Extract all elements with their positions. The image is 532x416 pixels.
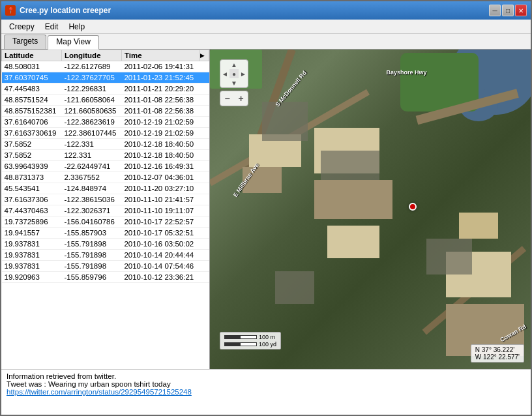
zoom-in-btn[interactable]: + [235,93,246,104]
table-row[interactable]: 19.941557-155.8579032010-10-17 05:32:51 [2,228,209,239]
info-line2: Tweet was : Wearing my urban spoon tshir… [7,380,525,388]
cell-latitude: 37.5852 [2,139,62,150]
navigation-control[interactable]: ▲ ◄ ● ► ▼ [220,59,248,88]
building-3 [314,180,392,219]
nav-down-btn[interactable]: ▼ [229,78,239,87]
cell-longitude: -22.62449741 [61,161,121,172]
table-row[interactable]: 48.8575152381121.6605806352011-01-08 22:… [2,106,209,117]
info-panel: Information retrieved from twitter. Twee… [1,369,531,415]
table-row[interactable]: 37.5852-122.3312010-12-18 18:40:50 [2,139,209,150]
tab-targets[interactable]: Targets [4,35,46,49]
cell-latitude: 47.445483 [2,83,62,95]
cell-time: 2010-10-12 23:36:21 [121,272,200,283]
cell-latitude: 48.85751524 [2,95,62,106]
table-row[interactable]: 48.508031-122.61276892011-02-06 19:41:31 [2,61,209,72]
table-row[interactable]: 37.61640706-122.386236192010-12-19 21:02… [2,117,209,128]
cell-time: 2010-10-17 22:52:57 [121,216,200,228]
cell-latitude: 19.941557 [2,228,62,239]
cell-longitude: -122.37627705 [61,72,121,83]
table-row[interactable]: 19.937831-155.7918982010-10-16 03:50:02 [2,239,209,250]
nav-left-btn[interactable]: ◄ [220,69,229,78]
cell-empty [200,150,209,161]
building-7 [459,213,498,239]
cell-empty [200,216,209,228]
cell-latitude: 48.8575152381 [2,106,62,117]
zoom-out-btn[interactable]: − [222,93,232,104]
col-longitude[interactable]: Longitude [61,50,121,61]
parking-1 [262,102,308,141]
cell-time: 2010-12-18 18:40:50 [121,139,200,150]
table-row[interactable]: 63.99643939-22.624497412010-12-16 16:49:… [2,161,209,172]
col-latitude[interactable]: Latitude [2,50,62,61]
cell-empty [200,83,209,95]
table-row[interactable]: 19.920963-155.8597962010-10-12 23:36:21 [2,272,209,283]
cell-empty [200,106,209,117]
table-row[interactable]: 48.87313732.33675522010-12-07 04:36:01 [2,172,209,183]
parking-4 [426,239,472,275]
cell-latitude: 37.5852 [2,150,62,161]
maximize-button[interactable]: □ [502,5,514,16]
cell-time: 2010-10-14 20:44:44 [121,250,200,261]
cell-time: 2010-11-10 19:11:07 [121,205,200,216]
col-time[interactable]: Time [121,50,200,61]
tab-mapview[interactable]: Map View [48,35,98,50]
tabs-bar: Targets Map View [1,34,531,50]
scale-bar: 100 m 100 yd [220,332,281,349]
menu-creepy[interactable]: Creepy [4,21,40,33]
cell-time: 2010-11-20 03:27:10 [121,183,200,194]
cell-latitude: 63.99643939 [2,161,62,172]
table-row[interactable]: 47.44370463-122.30263712010-11-10 19:11:… [2,205,209,216]
cell-longitude: 122.331 [61,150,121,161]
cell-latitude: 19.920963 [2,272,62,283]
table-row[interactable]: 47.445483-122.2968312011-01-21 20:29:20 [2,83,209,95]
table-row[interactable]: 19.937831-155.7918982010-10-14 07:54:46 [2,261,209,272]
nav-up-btn[interactable]: ▲ [229,60,239,69]
cell-time: 2011-02-06 19:41:31 [121,61,200,72]
table-row[interactable]: 45.543541-124.8489742010-11-20 03:27:10 [2,183,209,194]
cell-time: 2010-12-16 16:49:31 [121,161,200,172]
table-row[interactable]: 37.60370745-122.376277052011-01-23 21:52… [2,72,209,83]
cell-time: 2010-12-07 04:36:01 [121,172,200,183]
cell-latitude: 45.543541 [2,183,62,194]
nav-empty-1 [220,60,229,69]
minimize-button[interactable]: ─ [489,5,501,16]
nav-right-btn[interactable]: ► [239,69,248,78]
cell-empty [200,161,209,172]
cell-empty [200,139,209,150]
label-bayshore: Bayshore Hwy [387,69,427,76]
menu-edit[interactable]: Edit [40,21,64,33]
cell-latitude: 19.937831 [2,239,62,250]
cell-empty [200,272,209,283]
table-row[interactable]: 19.937831-155.7918982010-10-14 20:44:44 [2,250,209,261]
data-table: Latitude Longitude Time ▸ 48.508031-122.… [1,50,209,283]
cell-latitude: 47.44370463 [2,205,62,216]
menu-bar: Creepy Edit Help [1,20,531,34]
cell-empty [200,228,209,239]
cell-longitude: -124.848974 [61,183,121,194]
cell-longitude: 121.660580635 [61,106,121,117]
table-row[interactable]: 37.5852122.3312010-12-18 18:40:50 [2,150,209,161]
nav-center-btn[interactable]: ● [229,69,239,78]
table-row[interactable]: 37.61637306-122.386150362010-11-10 21:41… [2,194,209,205]
table-row[interactable]: 48.85751524-121.660580642011-01-08 22:56… [2,95,209,106]
cell-longitude: -122.331 [61,139,121,150]
cell-latitude: 48.8731373 [2,172,62,183]
menu-help[interactable]: Help [63,21,90,33]
cell-empty [200,128,209,139]
nav-empty-4 [239,78,248,87]
table-row[interactable]: 19.73725896-156.041607862010-10-17 22:52… [2,216,209,228]
table-container[interactable]: Latitude Longitude Time ▸ 48.508031-122.… [1,50,209,369]
cell-longitude: -122.6127689 [61,61,121,72]
info-link[interactable]: https://twitter.com/arrington/status/292… [7,388,192,396]
cell-empty [200,183,209,194]
cell-longitude: -122.38615036 [61,194,121,205]
table-row[interactable]: 37.6163730619122.3861074452010-12-19 21:… [2,128,209,139]
close-button[interactable]: ✕ [515,5,527,16]
cell-empty [200,117,209,128]
cell-longitude: 122.386107445 [61,128,121,139]
cell-time: 2011-01-21 20:29:20 [121,83,200,95]
zoom-control[interactable]: − + [220,91,248,106]
map-image: S McDonnell Rd Bayshore Hwy E Millbrae A… [210,50,531,369]
cell-longitude: -155.857903 [61,228,121,239]
cell-longitude: -122.38623619 [61,117,121,128]
